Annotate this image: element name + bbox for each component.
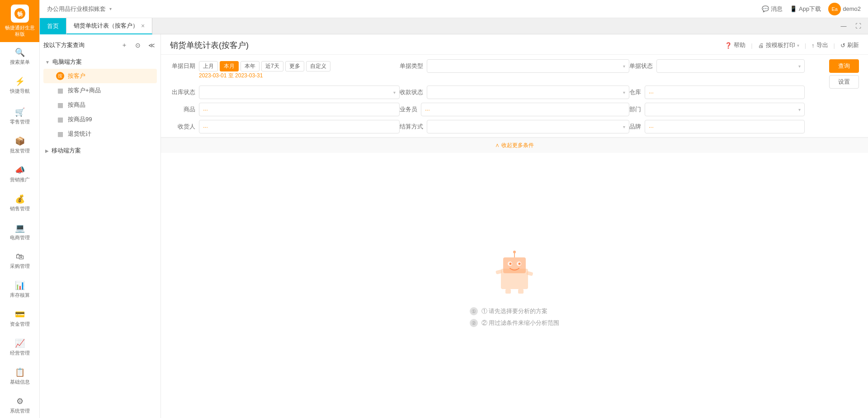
- outbound-chevron-icon: ▾: [393, 90, 396, 95]
- settings-scheme-button[interactable]: ⊙: [132, 40, 143, 51]
- tab-maximize-button[interactable]: ⛶: [852, 20, 864, 33]
- sidebar-item-wholesale[interactable]: 📦 批发管理: [0, 131, 39, 160]
- date-last7days[interactable]: 近7天: [261, 61, 283, 71]
- scheme-panel: 按以下方案查询 ＋ ⊙ ≪ ▼ 电脑端方案 按 按客户 ▦: [40, 34, 161, 418]
- sidebar-item-search[interactable]: 🔍 搜索菜单: [0, 42, 39, 71]
- svg-rect-10: [505, 289, 511, 294]
- separator3: |: [834, 42, 835, 49]
- collapse-bar[interactable]: ∧ 收起更多条件: [161, 138, 868, 153]
- help-button[interactable]: ❓ 帮助: [725, 41, 745, 49]
- mobile-scheme-group[interactable]: ▶ 移动端方案: [43, 144, 157, 157]
- scheme-item-by-customer[interactable]: 按 按客户: [43, 69, 157, 83]
- doc-status-select[interactable]: ▾: [656, 59, 805, 73]
- doc-status-chevron-icon: ▾: [798, 64, 801, 69]
- svg-point-6: [509, 263, 512, 265]
- tab-minimize-button[interactable]: —: [837, 20, 850, 33]
- tab-close-icon[interactable]: ×: [141, 22, 145, 29]
- svg-rect-11: [518, 289, 524, 294]
- date-range-text: 2023-03-01 至 2023-03-31: [199, 72, 263, 80]
- page-title-bar: 销货单统计表(按客户) ❓ 帮助 | 🖨 按模板打印 ▾ | ↑: [161, 34, 868, 55]
- scheme-by-customer-product-label: 按客户+商品: [68, 86, 101, 95]
- sidebar-item-ecommerce[interactable]: 💻 电商管理: [0, 218, 39, 247]
- header-industry[interactable]: 办公用品行业模拟账套 ▾: [47, 5, 112, 13]
- sidebar-item-shortcuts[interactable]: ⚡ 快捷导航: [0, 71, 39, 100]
- doc-type-select[interactable]: ▾: [427, 59, 629, 73]
- scheme-by-product-label: 按商品: [68, 101, 85, 109]
- empty-tip-1: ① ① 请先选择要分析的方案: [470, 307, 560, 315]
- date-this-year[interactable]: 本年: [241, 61, 259, 71]
- sidebar-item-sales[interactable]: 💰 销售管理: [0, 189, 39, 218]
- app-name: 畅捷通好生意 标版: [5, 24, 35, 38]
- svg-point-7: [519, 263, 521, 265]
- user-profile[interactable]: Ea demo2: [828, 3, 861, 15]
- settlement-select[interactable]: ▾: [427, 120, 629, 133]
- date-this-month[interactable]: 本月: [220, 61, 239, 71]
- sidebar-item-basic[interactable]: 📋 基础信息: [0, 362, 39, 391]
- filter-payment-cell: 收款状态 ▾: [400, 86, 629, 99]
- scheme-item-by-product[interactable]: ▦ 按商品: [43, 98, 157, 112]
- desktop-group-header[interactable]: ▼ 电脑端方案: [43, 55, 157, 69]
- scheme-by-product99-label: 按商品99: [68, 115, 92, 124]
- logo-icon: 畅: [11, 5, 29, 23]
- tab-home[interactable]: 首页: [40, 18, 66, 34]
- tab-report[interactable]: 销货单统计表（按客户） ×: [66, 18, 152, 34]
- filter-outbound-cell: 出库状态 ▾: [170, 86, 400, 99]
- product-select[interactable]: ···: [199, 103, 400, 116]
- date-more[interactable]: 更多: [285, 61, 304, 71]
- logo-area[interactable]: 畅 畅捷通好生意 标版: [0, 0, 39, 42]
- sidebar-item-marketing[interactable]: 📣 营销推广: [0, 160, 39, 189]
- date-shortcuts: 上月 本月 本年 近7天 更多 自定义: [199, 61, 330, 71]
- scheme-item-return-stats[interactable]: ▦ 退货统计: [43, 127, 157, 141]
- maximize-icon: ⛶: [855, 23, 861, 29]
- collapse-panel-button[interactable]: ≪: [146, 40, 157, 51]
- sidebar-item-retail[interactable]: 🛒 零售管理: [0, 102, 39, 131]
- query-button[interactable]: 查询: [829, 59, 859, 73]
- svg-rect-3: [503, 257, 526, 273]
- scheme-item-by-product99[interactable]: ▦ 按商品99: [43, 112, 157, 127]
- date-last-month[interactable]: 上月: [199, 61, 218, 71]
- warehouse-label: 仓库: [629, 88, 641, 96]
- scheme-item-by-customer-product[interactable]: ▦ 按客户+商品: [43, 83, 157, 98]
- shortcuts-icon: ⚡: [15, 76, 25, 86]
- filter-doc-status-cell: 单据状态 ▾: [629, 59, 859, 73]
- doc-status-label: 单据状态: [629, 62, 653, 70]
- sidebar-item-operation[interactable]: 📈 经营管理: [0, 333, 39, 362]
- warehouse-select[interactable]: ···: [645, 86, 805, 99]
- desktop-scheme-group: ▼ 电脑端方案 按 按客户 ▦ 按客户+商品 ▦ 按商品 ▦ 按商品99: [43, 55, 157, 141]
- sidebar-item-system[interactable]: ⚙ 系统管理: [0, 391, 39, 418]
- refresh-button[interactable]: ↺ 刷新: [840, 41, 859, 49]
- add-scheme-button[interactable]: ＋: [119, 40, 130, 51]
- filter-doc-type-cell: 单据类型 ▾: [400, 59, 629, 73]
- outbound-select[interactable]: ▾: [199, 86, 400, 99]
- message-icon: 💬: [762, 5, 769, 12]
- receiver-select[interactable]: ···: [199, 120, 400, 133]
- message-button[interactable]: 💬 消息: [762, 5, 783, 13]
- industry-dropdown-icon: ▾: [109, 6, 112, 11]
- payment-chevron-icon: ▾: [623, 90, 625, 95]
- filter-salesperson-cell: 业务员 ···: [400, 103, 629, 116]
- filter-product-cell: 商品 ···: [170, 103, 400, 116]
- settings-button[interactable]: 设置: [829, 75, 859, 89]
- scheme-icon-bar2: ▦: [56, 101, 64, 109]
- print-dropdown-icon: ▾: [797, 43, 799, 48]
- sidebar-item-finance[interactable]: 💳 资金管理: [0, 304, 39, 333]
- filter-receiver-cell: 收货人 ···: [170, 120, 400, 133]
- salesperson-select[interactable]: ···: [421, 103, 629, 116]
- avatar: Ea: [828, 3, 841, 15]
- date-custom[interactable]: 自定义: [306, 61, 330, 71]
- download-icon: 📱: [790, 5, 797, 12]
- brand-select[interactable]: ···: [645, 120, 805, 133]
- page-title: 销货单统计表(按客户): [170, 40, 249, 51]
- app-download-button[interactable]: 📱 App下载: [790, 5, 821, 13]
- scheme-icon-bar1: ▦: [56, 87, 64, 94]
- export-button[interactable]: ↑ 导出: [811, 41, 828, 49]
- department-select[interactable]: ▾: [645, 103, 805, 116]
- payment-select[interactable]: ▾: [427, 86, 629, 99]
- template-print-button[interactable]: 🖨 按模板打印 ▾: [758, 41, 799, 49]
- separator1: |: [751, 42, 752, 49]
- sidebar-item-purchase[interactable]: 🛍 采购管理: [0, 247, 39, 275]
- desktop-group-label: 电脑端方案: [52, 58, 82, 66]
- minimize-icon: —: [841, 23, 847, 29]
- sidebar-item-inventory[interactable]: 📊 库存核算: [0, 275, 39, 304]
- payment-label: 收款状态: [400, 88, 423, 96]
